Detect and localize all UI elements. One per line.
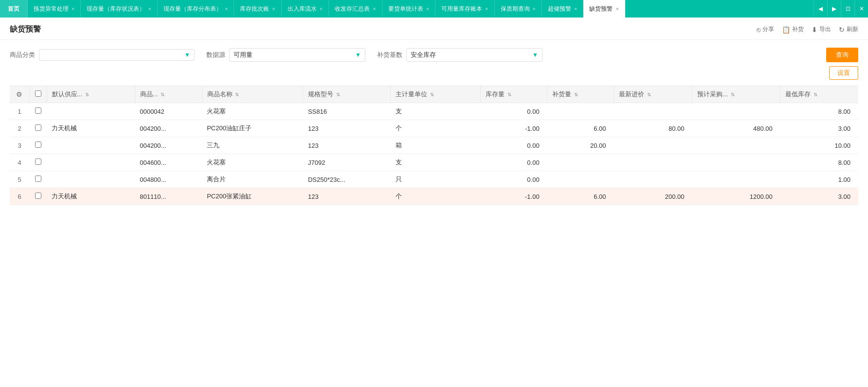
row-unit: 支 [391,154,481,171]
datasource-label: 数据源 [206,51,225,59]
settings-gear-icon[interactable]: ⚙ [16,90,22,98]
col-unit: 主计量单位 ⇅ [391,86,481,103]
page-title: 缺货预警 [10,24,41,35]
tab-close-icon[interactable]: × [72,6,74,12]
row-code: 004200... [135,137,202,154]
col-name: 商品名称 ⇅ [202,86,303,103]
nav-prev-button[interactable]: ◀ [814,0,827,18]
nav-close-all-button[interactable]: ✕ [854,0,868,18]
tab-shortage[interactable]: 缺货预警 × [583,0,625,18]
row-name: PC200张紧油缸 [202,188,303,205]
select-all-checkbox[interactable] [35,90,41,97]
row-unit: 只 [391,171,481,188]
tab-close-icon[interactable]: × [533,6,536,12]
page-header: 缺货预警 ⎋ 分享 📋 补货 ⬇ 导出 ↻ 刷新 [0,18,868,40]
main-content: 缺货预警 ⎋ 分享 📋 补货 ⬇ 导出 ↻ 刷新 商品分类 [0,18,868,387]
refresh-button[interactable]: ↻ 刷新 [839,25,858,34]
datasource-chevron-icon: ▼ [355,52,361,58]
tab-picking[interactable]: 拣货异常处理 × [28,0,81,18]
row-replenish: 20.00 [547,137,614,154]
row-checkbox[interactable] [35,107,41,114]
row-name: 火花塞 [202,154,303,171]
tab-close-icon[interactable]: × [615,6,618,12]
sort-icon[interactable]: ⇅ [430,92,434,97]
export-button[interactable]: ⬇ 导出 [812,25,831,34]
tab-home[interactable]: 首页 [0,0,28,18]
row-number: 2 [10,120,29,137]
tab-close-icon[interactable]: × [320,6,323,12]
row-spec: 123 [303,120,391,137]
row-checkbox[interactable] [35,193,41,199]
row-spec: SS816 [303,103,391,120]
tab-close-icon[interactable]: × [373,6,376,12]
tab-batch-account[interactable]: 库存批次账 × [234,0,281,18]
nav-next-button[interactable]: ▶ [827,0,841,18]
replenish-label: 补货基数 [377,51,402,59]
row-code: 801110... [135,188,202,205]
row-checkbox[interactable] [35,141,41,148]
row-stock: 0.00 [481,154,547,171]
row-latest-price: 80.00 [614,120,692,137]
row-replenish [547,103,614,120]
table-header-row: ⚙ 默认供应... ⇅ 商品... ⇅ 商品名称 ⇅ [10,86,858,103]
sort-icon[interactable]: ⇅ [85,92,89,97]
col-supplier: 默认供应... ⇅ [47,86,135,103]
nav-restore-button[interactable]: ⊡ [841,0,854,18]
filter-row: 商品分类 ▼ 数据源 可用量 ▼ 补货基数 安全库存 ▼ 查询 [0,40,868,66]
tab-close-icon[interactable]: × [272,6,275,12]
row-estimate [692,103,780,120]
sort-icon[interactable]: ⇅ [507,92,511,97]
export-icon: ⬇ [812,26,817,34]
row-supplier [47,171,135,188]
settings-button[interactable]: 设置 [829,66,858,80]
category-label: 商品分类 [10,51,35,59]
row-replenish: 6.00 [547,120,614,137]
tab-close-icon[interactable]: × [225,6,228,12]
tab-inventory-status[interactable]: 现存量（库存状况表） × [81,0,157,18]
share-button[interactable]: ⎋ 分享 [757,25,774,34]
row-supplier [47,103,135,120]
tab-close-icon[interactable]: × [574,6,577,12]
sort-icon[interactable]: ⇅ [235,92,239,97]
table-container: ⚙ 默认供应... ⇅ 商品... ⇅ 商品名称 ⇅ [0,86,868,205]
row-supplier: 力天机械 [47,120,135,137]
tab-close-icon[interactable]: × [485,6,488,12]
table-row: 1 0000042 火花塞 SS816 支 0.00 8.00 [10,103,858,120]
row-checkbox[interactable] [35,124,41,131]
row-unit: 个 [391,188,481,205]
replenish-select[interactable]: 安全库存 ▼ [406,48,542,62]
sort-icon[interactable]: ⇅ [814,92,817,97]
sort-icon[interactable]: ⇅ [731,92,735,97]
table-row: 6 力天机械 801110... PC200张紧油缸 123 个 -1.00 6… [10,188,858,205]
query-button[interactable]: 查询 [826,48,858,62]
table-row: 2 力天机械 004200... PC200油缸庄子 123 个 -1.00 6… [10,120,858,137]
nav-tabs: 首页 拣货异常处理 × 现存量（库存状况表） × 现存量（库存分布表） × 库存… [0,0,868,18]
tab-summary[interactable]: 收发存汇总表 × [329,0,382,18]
category-select[interactable]: ▼ [39,49,195,61]
row-code: 004200... [135,120,202,137]
sort-icon[interactable]: ⇅ [574,92,578,97]
replenish-button[interactable]: 📋 补货 [782,25,804,34]
sort-icon[interactable]: ⇅ [336,92,340,97]
tab-close-icon[interactable]: × [148,6,151,12]
tab-overstock[interactable]: 超储预警 × [542,0,583,18]
tab-inout-flow[interactable]: 出入库流水 × [282,0,329,18]
tab-inventory-dist[interactable]: 现存量（库存分布表） × [158,0,234,18]
row-checkbox-cell [29,188,47,205]
tab-available-ledger[interactable]: 可用量库存账本 × [435,0,494,18]
replenish-filter-group: 补货基数 安全库存 ▼ [377,48,542,62]
header-actions: ⎋ 分享 📋 补货 ⬇ 导出 ↻ 刷新 [757,25,858,34]
row-number: 6 [10,188,29,205]
row-checkbox[interactable] [35,176,41,182]
sort-icon[interactable]: ⇅ [161,92,164,97]
sort-icon[interactable]: ⇅ [647,92,651,97]
row-stock: -1.00 [481,188,547,205]
tab-close-icon[interactable]: × [426,6,429,12]
col-min-stock-label: 最低库存 [785,90,811,98]
tab-requisition[interactable]: 要货单统计表 × [382,0,435,18]
row-estimate [692,171,780,188]
datasource-select[interactable]: 可用量 ▼ [229,48,365,62]
row-checkbox[interactable] [35,158,41,165]
row-replenish: 6.00 [547,188,614,205]
tab-expiry[interactable]: 保质期查询 × [495,0,542,18]
